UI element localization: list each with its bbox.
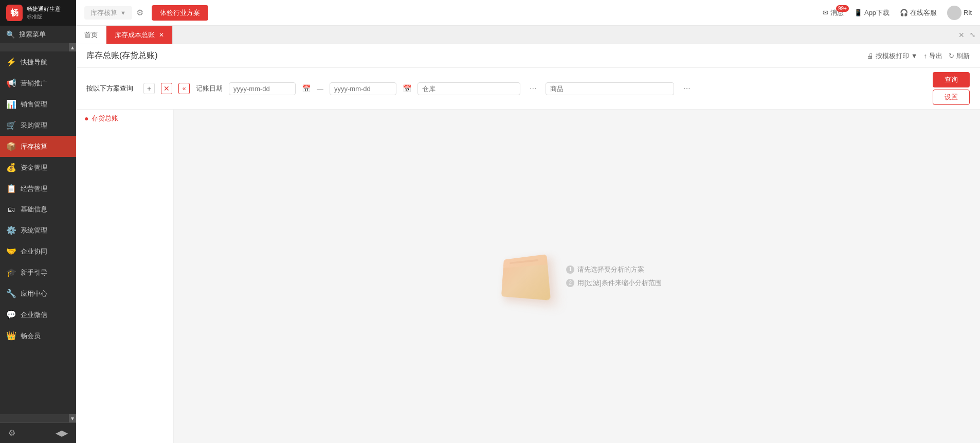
system-icon: ⚙️ bbox=[6, 225, 16, 235]
settings-icon[interactable]: ⚙ bbox=[8, 428, 15, 438]
print-chevron-icon: ▼ bbox=[911, 52, 918, 60]
avatar bbox=[947, 6, 961, 20]
sidebar-item-app-center[interactable]: 🔧 应用中心 bbox=[0, 283, 76, 304]
sidebar-item-label: 快捷导航 bbox=[21, 58, 47, 67]
app-download-label: App下载 bbox=[864, 8, 890, 17]
sidebar-item-sales[interactable]: 📊 销售管理 bbox=[0, 94, 76, 115]
sidebar-item-label: 企业协同 bbox=[21, 247, 47, 256]
calendar-start-icon[interactable]: 📅 bbox=[302, 84, 311, 93]
sidebar-item-label: 采购管理 bbox=[21, 121, 47, 130]
enterprise-wechat-icon: 💬 bbox=[6, 310, 16, 320]
tab-close-icon[interactable]: ✕ bbox=[159, 31, 164, 39]
filter-remove-btn[interactable]: ✕ bbox=[161, 83, 172, 94]
step-2-icon: 2 bbox=[566, 279, 574, 287]
scheme-item-inventory[interactable]: ● 存货总账 bbox=[76, 110, 173, 127]
hint-item-1: 1 请先选择要分析的方案 bbox=[566, 263, 661, 276]
sidebar-footer: ⚙ ◀▶ bbox=[0, 422, 76, 443]
app-center-icon: 🔧 bbox=[6, 289, 16, 298]
product-more-btn[interactable]: ··· bbox=[680, 83, 693, 94]
page-header: 库存总账(存货总账) 🖨 按模板打印 ▼ ↑ 导出 ↻ 刷新 bbox=[76, 44, 980, 68]
page-title: 库存总账(存货总账) bbox=[86, 50, 158, 61]
date-start-input[interactable] bbox=[229, 82, 296, 95]
guide-icon: 🎓 bbox=[6, 268, 16, 277]
user-avatar-area[interactable]: Rit bbox=[947, 6, 972, 20]
warehouse-more-btn[interactable]: ··· bbox=[527, 83, 539, 94]
app-sub: 标准版 bbox=[27, 13, 61, 21]
app-download-btn[interactable]: 📱 App下载 bbox=[854, 8, 890, 17]
refresh-btn[interactable]: ↻ 刷新 bbox=[949, 51, 970, 61]
message-btn[interactable]: ✉ 消息 99+ bbox=[823, 8, 844, 17]
scroll-down-btn[interactable]: ▼ bbox=[69, 414, 76, 422]
sidebar-item-label: 畅会员 bbox=[21, 331, 41, 341]
step-1-icon: 1 bbox=[566, 265, 574, 274]
chevron-down-icon: ▼ bbox=[120, 10, 126, 16]
collapse-icon[interactable]: ◀▶ bbox=[56, 428, 68, 438]
industry-btn[interactable]: 体验行业方案 bbox=[152, 5, 208, 21]
sidebar-item-vip[interactable]: 👑 畅会员 bbox=[0, 325, 76, 346]
sidebar-item-enterprise-wechat[interactable]: 💬 企业微信 bbox=[0, 304, 76, 325]
sidebar-item-marketing[interactable]: 📢 营销推广 bbox=[0, 73, 76, 94]
sidebar-item-label: 经营管理 bbox=[21, 184, 47, 193]
sidebar-nav: ⚡ 快捷导航 📢 营销推广 📊 销售管理 🛒 采购管理 📦 库存核算 💰 资金管… bbox=[0, 51, 76, 414]
empty-state: 1 请先选择要分析的方案 2 用[过滤]条件来缩小分析范围 bbox=[492, 245, 661, 307]
sidebar-item-cooperation[interactable]: 🤝 企业协同 bbox=[0, 241, 76, 262]
empty-hints: 1 请先选择要分析的方案 2 用[过滤]条件来缩小分析范围 bbox=[566, 263, 661, 290]
sidebar-item-label: 基础信息 bbox=[21, 205, 47, 214]
page-header-actions: 🖨 按模板打印 ▼ ↑ 导出 ↻ 刷新 bbox=[867, 51, 970, 61]
topbar: 库存核算 ▼ ⚙ 体验行业方案 ✉ 消息 99+ 📱 App下载 🎧 在线客服 bbox=[76, 0, 980, 26]
filter-collapse-btn[interactable]: « bbox=[178, 83, 190, 94]
export-btn[interactable]: ↑ 导出 bbox=[924, 51, 943, 61]
empty-illustration bbox=[492, 245, 554, 307]
sidebar-item-label: 营销推广 bbox=[21, 79, 47, 88]
sidebar-search[interactable]: 🔍 搜索菜单 bbox=[0, 26, 76, 43]
tab-home[interactable]: 首页 bbox=[76, 26, 106, 44]
tab-close-panel-btn[interactable]: ✕ bbox=[956, 29, 967, 41]
filter-actions: 查询 设置 bbox=[933, 72, 970, 105]
cooperation-icon: 🤝 bbox=[6, 246, 16, 256]
sidebar-item-system[interactable]: ⚙️ 系统管理 bbox=[0, 220, 76, 241]
tab-expand-btn[interactable]: ⤢ bbox=[967, 30, 979, 40]
product-input[interactable] bbox=[546, 82, 674, 95]
tab-inventory-ledger[interactable]: 库存成本总账 ✕ bbox=[106, 26, 173, 44]
print-label: 按模板打印 bbox=[876, 51, 909, 61]
sidebar-item-guide[interactable]: 🎓 新手引导 bbox=[0, 262, 76, 283]
main-data-area: 1 请先选择要分析的方案 2 用[过滤]条件来缩小分析范围 bbox=[174, 110, 980, 443]
filter-add-btn[interactable]: + bbox=[143, 83, 155, 94]
date-end-input[interactable] bbox=[330, 82, 396, 95]
calendar-end-icon[interactable]: 📅 bbox=[403, 84, 411, 93]
topbar-settings-icon[interactable]: ⚙ bbox=[136, 8, 143, 17]
quick-nav-icon: ⚡ bbox=[6, 57, 16, 67]
scroll-up-btn[interactable]: ▲ bbox=[69, 43, 76, 51]
hint-item-2: 2 用[过滤]条件来缩小分析范围 bbox=[566, 276, 661, 290]
online-service-label: 在线客服 bbox=[910, 8, 937, 17]
logo-icon: 畅 bbox=[6, 5, 23, 21]
settings-btn[interactable]: 设置 bbox=[933, 90, 970, 105]
tab-inventory-ledger-label: 库存成本总账 bbox=[115, 30, 155, 40]
online-service-btn[interactable]: 🎧 在线客服 bbox=[900, 8, 937, 17]
query-btn[interactable]: 查询 bbox=[933, 72, 970, 87]
sidebar-item-inventory[interactable]: 📦 库存核算 bbox=[0, 136, 76, 157]
sidebar-item-label: 应用中心 bbox=[21, 289, 47, 298]
scheme-item-label: 存货总账 bbox=[92, 114, 118, 123]
export-label: 导出 bbox=[929, 51, 942, 61]
sidebar-item-basic-info[interactable]: 🗂 基础信息 bbox=[0, 199, 76, 220]
sidebar-item-quick-nav[interactable]: ⚡ 快捷导航 bbox=[0, 51, 76, 73]
main-area: 库存核算 ▼ ⚙ 体验行业方案 ✉ 消息 99+ 📱 App下载 🎧 在线客服 bbox=[76, 0, 980, 443]
warehouse-input[interactable] bbox=[418, 82, 520, 95]
box-shape bbox=[501, 254, 551, 300]
topbar-right: ✉ 消息 99+ 📱 App下载 🎧 在线客服 Rit bbox=[823, 6, 972, 20]
breadcrumb[interactable]: 库存核算 ▼ bbox=[84, 6, 132, 20]
message-badge: 99+ bbox=[836, 5, 849, 12]
sidebar-item-purchase[interactable]: 🛒 采购管理 bbox=[0, 115, 76, 136]
box-top bbox=[503, 254, 548, 268]
refresh-label: 刷新 bbox=[956, 51, 970, 61]
sidebar-search-label: 搜索菜单 bbox=[19, 30, 46, 39]
app-logo: 畅 畅捷通好生意 标准版 bbox=[0, 0, 76, 26]
hint-text-1: 请先选择要分析的方案 bbox=[577, 263, 644, 276]
sidebar-item-finance[interactable]: 💰 资金管理 bbox=[0, 157, 76, 178]
logo-text-group: 畅捷通好生意 标准版 bbox=[27, 5, 61, 20]
username: Rit bbox=[964, 9, 972, 16]
print-btn[interactable]: 🖨 按模板打印 ▼ bbox=[867, 51, 918, 61]
sidebar-item-operation[interactable]: 📋 经营管理 bbox=[0, 178, 76, 199]
app-name: 畅捷通好生意 bbox=[27, 5, 61, 13]
